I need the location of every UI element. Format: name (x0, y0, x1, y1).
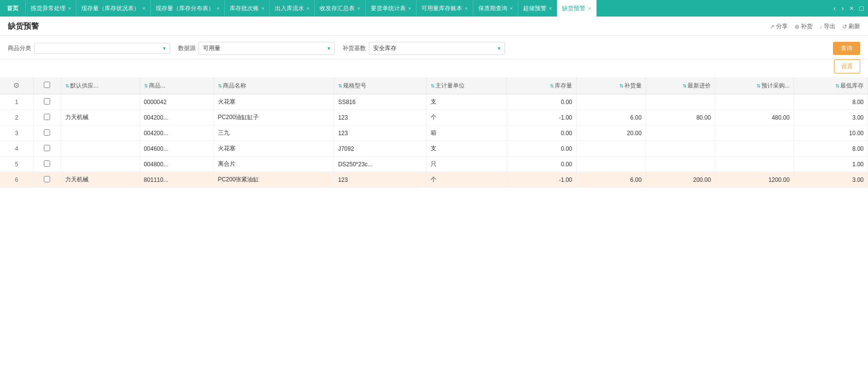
row-product-name: 火花塞 (214, 141, 334, 157)
tab-demand-stats[interactable]: 要货单统计表× (366, 0, 416, 17)
datasource-label: 数据源 (178, 44, 196, 53)
category-select[interactable]: ▾ (34, 43, 170, 54)
row-est-purchase: 480.00 (715, 110, 794, 125)
category-label: 商品分类 (8, 44, 31, 53)
row-est-purchase (715, 157, 794, 172)
tab-expand-button[interactable]: □ (857, 3, 866, 13)
row-checkbox[interactable] (44, 176, 50, 182)
share-button[interactable]: ↗ 分享 (770, 22, 788, 31)
row-est-purchase (715, 94, 794, 110)
stock-column-header[interactable]: ⇅库存量 (507, 77, 577, 94)
filter-action-buttons: 查询 (833, 42, 860, 55)
row-replenish-qty: 6.00 (577, 172, 646, 188)
spec-column-header[interactable]: ⇅规格型号 (334, 77, 426, 94)
tab-next-button[interactable]: › (839, 3, 847, 13)
category-arrow-icon: ▾ (163, 45, 166, 52)
tab-close-overstock[interactable]: × (549, 5, 552, 11)
row-checkbox-cell (33, 110, 61, 125)
filter-row-2: 设置 (0, 59, 868, 77)
checkbox-column-header (33, 77, 61, 94)
row-product-code: 801110... (140, 172, 214, 188)
tab-close-demand-stats[interactable]: × (408, 5, 411, 11)
settings-button[interactable]: 设置 (834, 59, 860, 73)
data-table: ⚙ ⇅默认供应... ⇅商品... ⇅商品名称 ⇅规格型号 (0, 77, 868, 188)
row-unit: 只 (427, 157, 507, 172)
row-supplier (61, 125, 140, 141)
tab-close-available-ledger[interactable]: × (465, 5, 468, 11)
row-latest-price (646, 94, 715, 110)
tab-inout-flow[interactable]: 出入库流水× (270, 0, 315, 17)
tab-close-recv-summary[interactable]: × (357, 5, 360, 11)
row-checkbox[interactable] (44, 129, 50, 136)
table-row: 5 004800... 离合片 DS250*23c... 只 0.00 1.00 (0, 157, 868, 172)
row-product-name: 火花塞 (214, 94, 334, 110)
supplier-column-header[interactable]: ⇅默认供应... (61, 77, 140, 94)
row-min-stock: 10.00 (794, 125, 868, 141)
row-unit: 箱 (427, 125, 507, 141)
unit-column-header[interactable]: ⇅主计量单位 (427, 77, 507, 94)
query-button[interactable]: 查询 (833, 42, 860, 55)
replenish-qty-column-header[interactable]: ⇅补货量 (577, 77, 646, 94)
row-product-name: 离合片 (214, 157, 334, 172)
replenish-basis-arrow-icon: ▾ (498, 45, 501, 52)
row-number: 2 (0, 110, 33, 125)
tab-inventory-status[interactable]: 现存量（库存状况表）× (76, 0, 150, 17)
row-checkbox[interactable] (44, 98, 50, 105)
row-product-code: 004800... (140, 157, 214, 172)
refresh-button[interactable]: ↺ 刷新 (842, 22, 860, 31)
row-spec: DS250*23c... (334, 157, 426, 172)
tab-shortage[interactable]: 缺货预警× (557, 0, 596, 17)
tab-bar: 首页拣货异常处理×现存量（库存状况表）×现存量（库存分布表）×库存批次账×出入库… (0, 0, 868, 17)
row-unit: 个 (427, 172, 507, 188)
tab-overstock[interactable]: 超储预警× (518, 0, 557, 17)
product-name-column-header[interactable]: ⇅商品名称 (214, 77, 334, 94)
tab-close-inout-flow[interactable]: × (307, 5, 309, 11)
tab-home[interactable]: 首页 (0, 0, 26, 17)
row-replenish-qty: 6.00 (577, 110, 646, 125)
product-code-sort-icon: ⇅ (144, 83, 148, 88)
table-row: 2 力天机械 004200... PC200油缸缸子 123 个 -1.00 6… (0, 110, 868, 125)
row-stock: 0.00 (507, 94, 577, 110)
category-filter-group: 商品分类 ▾ (8, 43, 170, 54)
row-product-code: 004200... (140, 110, 214, 125)
datasource-select[interactable]: 可用量 ▾ (199, 42, 335, 55)
tab-recv-summary[interactable]: 收发存汇总表× (315, 0, 365, 17)
export-icon: ↓ (819, 23, 822, 30)
product-code-column-header[interactable]: ⇅商品... (140, 77, 214, 94)
replenish-button[interactable]: ⊕ 补货 (795, 22, 813, 31)
page-title: 缺货预警 (8, 21, 39, 32)
min-stock-column-header[interactable]: ⇅最低库存 (794, 77, 868, 94)
est-purchase-column-header[interactable]: ⇅预计采购... (715, 77, 794, 94)
replenish-qty-sort-icon: ⇅ (619, 83, 623, 88)
settings-column-header[interactable]: ⚙ (0, 77, 33, 94)
row-est-purchase (715, 141, 794, 157)
replenish-icon: ⊕ (795, 23, 799, 30)
tab-close-expiry[interactable]: × (510, 5, 513, 11)
tab-abnormal[interactable]: 拣货异常处理× (26, 0, 76, 17)
tab-batch[interactable]: 库存批次账× (225, 0, 270, 17)
tab-expiry[interactable]: 保质期查询× (473, 0, 518, 17)
export-button[interactable]: ↓ 导出 (819, 22, 835, 31)
tab-prev-button[interactable]: ‹ (831, 3, 838, 13)
row-min-stock: 3.00 (794, 172, 868, 188)
tab-available-ledger[interactable]: 可用量库存账本× (416, 0, 473, 17)
replenish-basis-select[interactable]: 安全库存 ▾ (369, 42, 505, 55)
tab-close-shortage[interactable]: × (588, 5, 591, 11)
select-all-checkbox[interactable] (44, 82, 50, 88)
tab-close-button[interactable]: × (847, 3, 856, 13)
row-checkbox[interactable] (44, 160, 50, 167)
row-latest-price: 200.00 (646, 172, 715, 188)
row-checkbox[interactable] (44, 145, 50, 151)
tab-close-batch[interactable]: × (261, 5, 264, 11)
tab-close-inventory-status[interactable]: × (142, 5, 145, 11)
header-actions: ↗ 分享 ⊕ 补货 ↓ 导出 ↺ 刷新 (770, 22, 860, 31)
tab-inventory-dist[interactable]: 现存量（库存分布表）× (151, 0, 225, 17)
tab-close-inventory-dist[interactable]: × (217, 5, 219, 11)
tab-close-abnormal[interactable]: × (68, 5, 71, 11)
row-checkbox-cell (33, 125, 61, 141)
row-spec: 123 (334, 125, 426, 141)
row-checkbox[interactable] (44, 114, 50, 120)
row-spec: SS816 (334, 94, 426, 110)
latest-price-column-header[interactable]: ⇅最新进价 (646, 77, 715, 94)
latest-price-sort-icon: ⇅ (683, 83, 687, 88)
